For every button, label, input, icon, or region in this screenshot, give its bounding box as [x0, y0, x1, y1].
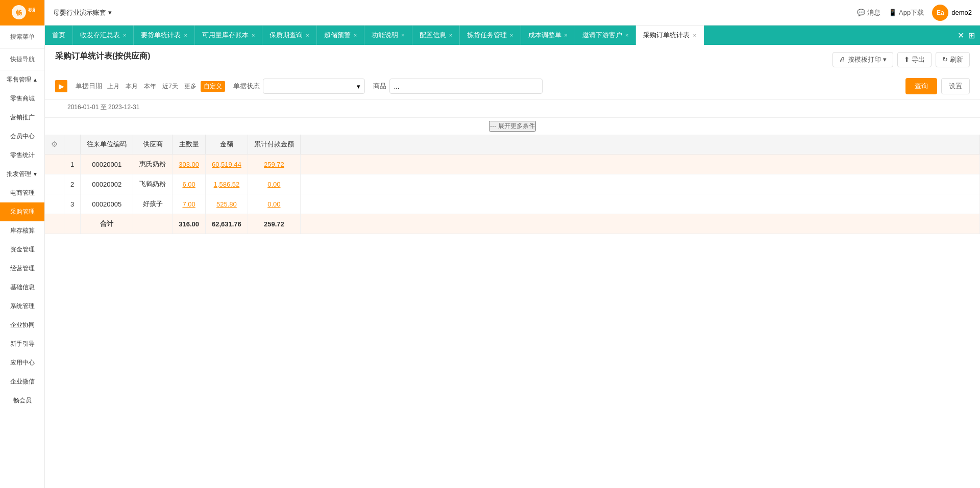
cell-main-qty[interactable]: 7.00 — [173, 194, 206, 214]
tab-invite-downstream[interactable]: 邀请下游客户 × — [575, 25, 636, 45]
cell-empty — [300, 155, 979, 174]
query-button[interactable]: 查询 — [905, 78, 937, 94]
tab-config-info[interactable]: 配置信息 × — [412, 25, 460, 45]
cell-amount[interactable]: 525.80 — [206, 194, 248, 214]
th-supplier: 供应商 — [133, 135, 173, 155]
cell-amount[interactable]: 1,586.52 — [206, 174, 248, 194]
tab-func-desc[interactable]: 功能说明 × — [364, 25, 412, 45]
close-icon[interactable]: × — [565, 32, 568, 38]
tab-require-goods[interactable]: 要货单统计表 × — [134, 25, 194, 45]
date-btn-last-month[interactable]: 上月 — [105, 81, 121, 92]
app-download-label: App下载 — [899, 8, 924, 17]
date-btn-more[interactable]: 更多 — [182, 81, 199, 92]
sidebar-item-basic-info[interactable]: 基础信息 — [0, 278, 44, 297]
sidebar-item-label: 企业微信 — [10, 377, 35, 386]
tab-home-label: 首页 — [52, 31, 65, 40]
sidebar-item-member[interactable]: 畅会员 — [0, 391, 44, 410]
sidebar-item-label: 资金管理 — [10, 245, 35, 254]
tab-collect-send[interactable]: 收发存汇总表 × — [73, 25, 134, 45]
org-name: 母婴行业演示账套 — [53, 8, 106, 17]
org-selector[interactable]: 母婴行业演示账套 ▾ — [53, 8, 112, 17]
sidebar-item-app-center[interactable]: 应用中心 — [0, 353, 44, 372]
close-icon[interactable]: × — [510, 32, 513, 38]
close-icon[interactable]: × — [401, 32, 404, 38]
print-label: 按模板打印 — [848, 55, 881, 64]
tab-label: 功能说明 — [372, 31, 398, 40]
tab-end-controls: ✕ ⊞ — [952, 31, 980, 40]
settings-button[interactable]: 设置 — [941, 78, 970, 94]
sidebar-item-wholesale-mgmt[interactable]: 批发管理 ▼ — [0, 165, 44, 184]
cell-main-qty[interactable]: 303.00 — [173, 155, 206, 174]
close-icon[interactable]: × — [184, 32, 187, 38]
sidebar-item-ops-mgmt[interactable]: 经营管理 — [0, 259, 44, 278]
sidebar-item-member-center[interactable]: 会员中心 — [0, 127, 44, 146]
tab-label: 收发存汇总表 — [80, 31, 120, 40]
sidebar-item-retail-mgmt[interactable]: 零售管理 ▲ — [0, 70, 44, 89]
date-btn-this-month[interactable]: 本月 — [124, 81, 140, 92]
tab-available-stock[interactable]: 可用量库存账本 × — [195, 25, 262, 45]
date-btn-custom[interactable]: 自定义 — [201, 81, 225, 92]
sidebar-item-inventory[interactable]: 库存核算 — [0, 221, 44, 240]
cell-settings — [45, 194, 64, 214]
cell-amount[interactable]: 60,519.44 — [206, 155, 248, 174]
sidebar-item-marketing[interactable]: 营销推广 — [0, 108, 44, 127]
close-icon[interactable]: × — [693, 32, 696, 38]
date-btn-7days[interactable]: 近7天 — [160, 81, 180, 92]
close-icon[interactable]: × — [449, 32, 452, 38]
tab-overstock[interactable]: 超储预警 × — [317, 25, 364, 45]
quick-nav-item[interactable]: 快捷导航 — [0, 52, 44, 67]
close-icon[interactable]: × — [306, 32, 309, 38]
expand-more-button[interactable]: ⋯ 展开更多条件 — [489, 121, 536, 132]
cell-paid-amount[interactable]: 0.00 — [248, 174, 300, 194]
footer-empty2 — [64, 214, 81, 234]
sidebar-item-purchase-mgmt[interactable]: 采购管理 — [0, 202, 44, 221]
dropdown-icon: ▾ — [357, 83, 360, 90]
tab-label: 超储预警 — [324, 31, 351, 40]
cell-main-qty[interactable]: 6.00 — [173, 174, 206, 194]
sidebar-item-ecommerce-mgmt[interactable]: 电商管理 — [0, 184, 44, 202]
tab-expiry-query[interactable]: 保质期查询 × — [262, 25, 316, 45]
user-profile[interactable]: Ea demo2 — [932, 5, 972, 21]
tab-purchase-stats[interactable]: 采购订单统计表 × — [636, 25, 703, 45]
close-icon[interactable]: × — [354, 32, 357, 38]
date-btn-this-year[interactable]: 本年 — [142, 81, 158, 92]
chevron-icon: ▲ — [33, 77, 38, 83]
cell-settings — [45, 174, 64, 194]
tab-cost-adjust[interactable]: 成本调整单 × — [521, 25, 575, 45]
filter-action-buttons: 查询 设置 — [905, 78, 970, 94]
date-filter-group: 单据日期 上月 本月 本年 近7天 更多 自定义 — [76, 81, 225, 92]
export-button[interactable]: ⬆ 导出 — [897, 52, 932, 67]
sidebar-item-retail-store[interactable]: 零售商城 — [0, 89, 44, 108]
sidebar-item-enterprise[interactable]: 企业协同 — [0, 316, 44, 335]
settings-icon[interactable]: ⚙ — [51, 140, 58, 148]
sidebar-search-section: 搜索菜单 — [0, 25, 44, 49]
print-button[interactable]: 🖨 按模板打印 ▾ — [832, 52, 893, 67]
close-icon[interactable]: × — [123, 32, 126, 38]
status-select[interactable]: ▾ — [263, 79, 365, 94]
tab-pick-task[interactable]: 拣货任务管理 × — [460, 25, 521, 45]
footer-empty1 — [45, 214, 64, 234]
close-icon[interactable]: × — [252, 32, 255, 38]
cell-paid-amount[interactable]: 259.72 — [248, 155, 300, 174]
goods-placeholder: ... — [394, 83, 400, 90]
refresh-button[interactable]: ↻ 刷新 — [936, 52, 970, 67]
close-icon[interactable]: × — [625, 32, 628, 38]
message-button[interactable]: 💬 消息 — [857, 8, 880, 17]
filter-toggle-button[interactable]: ▶ — [55, 80, 67, 92]
export-label: 导出 — [912, 55, 925, 64]
sidebar-item-retail-stats[interactable]: 零售统计 — [0, 146, 44, 165]
sidebar-item-sys-mgmt[interactable]: 系统管理 — [0, 297, 44, 316]
sidebar-item-enterprise-wx[interactable]: 企业微信 — [0, 372, 44, 391]
search-menu-item[interactable]: 搜索菜单 — [3, 30, 41, 44]
app-download-button[interactable]: 📱 App下载 — [889, 8, 924, 17]
main-area: 母婴行业演示账套 ▾ 💬 消息 📱 App下载 Ea demo2 首页 — [45, 0, 980, 488]
sidebar-logo: 畅 标题栏 — [0, 0, 44, 25]
tab-home[interactable]: 首页 — [45, 25, 73, 45]
goods-input[interactable]: ... — [389, 79, 543, 94]
close-tab-icon[interactable]: ✕ — [958, 31, 964, 40]
sidebar-item-new-guide[interactable]: 新手引导 — [0, 335, 44, 353]
cell-paid-amount[interactable]: 0.00 — [248, 194, 300, 214]
sidebar-item-finance[interactable]: 资金管理 — [0, 240, 44, 259]
data-table: ⚙ 往来单位编码 供应商 主数量 金额 累计付款金额 1 00020001 — [45, 135, 980, 234]
expand-tabs-icon[interactable]: ⊞ — [968, 31, 975, 40]
